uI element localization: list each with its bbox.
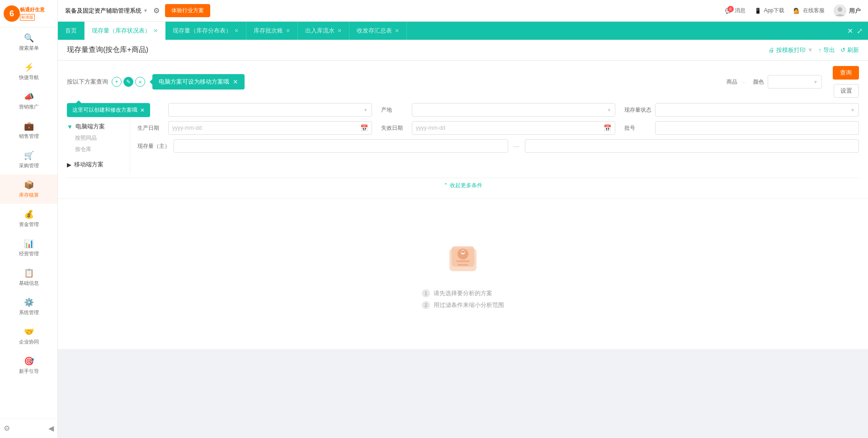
print-icon: 🖨 bbox=[769, 47, 774, 53]
tab-close-inout-flow[interactable]: ✕ bbox=[337, 28, 342, 34]
goods-filter-header: 商品 ··· bbox=[726, 78, 746, 86]
sidebar-label-marketing: 营销推广 bbox=[19, 104, 39, 110]
refresh-button[interactable]: ↺ 刷新 bbox=[840, 46, 859, 54]
search-button-group: 查询 设置 bbox=[829, 66, 859, 98]
tab-inventory-dist[interactable]: 现存量（库存分布表） ✕ bbox=[165, 22, 246, 40]
sidebar-item-system[interactable]: ⚙️ 系统管理 bbox=[0, 292, 57, 321]
filter-section: 按以下方案查询 + ✎ « 电脑方案可设为移动方案哦 ✕ 商品 bbox=[58, 61, 868, 199]
tab-close-all-icon[interactable]: ✕ bbox=[847, 27, 853, 35]
filter-controls: + ✎ « bbox=[112, 77, 145, 87]
finance-icon: 💰 bbox=[24, 209, 34, 219]
stock-status-select[interactable]: ▼ bbox=[655, 103, 859, 117]
batch-input[interactable] bbox=[655, 121, 859, 135]
sidebar-label-operations: 经营管理 bbox=[19, 250, 39, 257]
tooltip-arrow bbox=[76, 100, 81, 103]
sidebar-label-inventory: 库存核算 bbox=[19, 192, 39, 198]
tab-close-inventory-status[interactable]: ✕ bbox=[153, 28, 158, 34]
sidebar-item-operations[interactable]: 📊 经营管理 bbox=[0, 233, 57, 263]
phone-icon: 📱 bbox=[755, 8, 761, 14]
print-button[interactable]: 🖨 按模板打印 ▼ bbox=[769, 46, 813, 54]
scheme-tooltip-text: 电脑方案可设为移动方案哦 bbox=[159, 78, 229, 86]
app-download-item[interactable]: 📱 App下载 bbox=[755, 7, 784, 14]
tab-batch-account[interactable]: 库存批次账 ✕ bbox=[246, 22, 298, 40]
search-icon: 🔍 bbox=[24, 33, 34, 43]
sidebar-item-inventory[interactable]: 📦 库存核算 bbox=[0, 174, 57, 204]
filter-row-1: 尺码 ▼ 产地 ▼ bbox=[137, 103, 859, 117]
tab-inventory-status[interactable]: 现存量（库存状况表） ✕ bbox=[85, 22, 165, 40]
empty-step-1: 1 请先选择要分析的方案 bbox=[422, 289, 504, 297]
system-icon: ⚙️ bbox=[24, 297, 34, 307]
edit-scheme-button[interactable]: ✎ bbox=[123, 77, 133, 87]
size-select[interactable]: ▼ bbox=[168, 103, 372, 117]
reset-button[interactable]: 设置 bbox=[834, 84, 859, 98]
sidebar-item-search[interactable]: 🔍 搜索菜单 bbox=[0, 28, 57, 57]
tab-close-batch-account[interactable]: ✕ bbox=[286, 28, 290, 34]
sidebar-label-enterprise: 企业协同 bbox=[19, 339, 39, 345]
stock-qty-max-text[interactable] bbox=[529, 143, 855, 149]
scheme-tooltip-close[interactable]: ✕ bbox=[233, 78, 238, 85]
sidebar-item-purchase[interactable]: 🛒 采购管理 bbox=[0, 145, 57, 174]
sidebar-item-finance[interactable]: 💰 资金管理 bbox=[0, 204, 57, 233]
tab-receive-summary[interactable]: 收发存汇总表 ✕ bbox=[349, 22, 407, 40]
stock-qty-max-input[interactable] bbox=[525, 139, 859, 153]
stock-qty-min-input[interactable] bbox=[174, 139, 508, 153]
export-icon: ↑ bbox=[819, 47, 822, 53]
expiry-date-input[interactable]: yyyy-mm-dd 📅 bbox=[412, 121, 616, 135]
header-settings-icon[interactable]: ⚙ bbox=[153, 6, 160, 15]
main-area: 装备及固定资产辅助管理系统 ▼ ⚙ 体验行业方案 💬 6 消息 📱 App下载 … bbox=[58, 0, 868, 438]
sidebar-item-guide[interactable]: 🎯 新手引导 bbox=[0, 351, 57, 380]
message-label: 消息 bbox=[735, 7, 745, 14]
user-info[interactable]: 用户 bbox=[834, 5, 861, 17]
support-item[interactable]: 💁 在线客服 bbox=[793, 7, 825, 14]
origin-select[interactable]: ▼ bbox=[412, 103, 616, 117]
scheme-item-1[interactable]: 按照同品 bbox=[67, 132, 124, 144]
stock-qty-min-text[interactable] bbox=[178, 143, 504, 149]
username-label: 用户 bbox=[849, 7, 861, 15]
tab-close-receive-summary[interactable]: ✕ bbox=[395, 28, 399, 34]
add-scheme-button[interactable]: + bbox=[112, 77, 122, 87]
step1-text: 请先选择要分析的方案 bbox=[434, 289, 492, 297]
tab-actions: ✕ ⤢ bbox=[842, 27, 868, 35]
tab-inout-flow-label: 出入库流水 bbox=[305, 27, 335, 35]
message-item[interactable]: 💬 6 消息 bbox=[725, 7, 745, 14]
mobile-scheme-title[interactable]: ▶ 移动端方案 bbox=[67, 159, 124, 170]
batch-text-input[interactable] bbox=[659, 125, 855, 131]
system-select[interactable]: 装备及固定资产辅助管理系统 ▼ bbox=[65, 7, 148, 15]
tab-inout-flow[interactable]: 出入库流水 ✕ bbox=[298, 22, 349, 40]
tab-close-inventory-dist[interactable]: ✕ bbox=[234, 28, 239, 34]
production-calendar-icon: 📅 bbox=[360, 124, 368, 132]
tab-maximize-icon[interactable]: ⤢ bbox=[857, 27, 863, 35]
collapse-icon[interactable]: ◀ bbox=[48, 424, 54, 433]
color-select[interactable]: ▼ bbox=[768, 75, 822, 89]
sidebar-item-enterprise[interactable]: 🤝 企业协同 bbox=[0, 321, 57, 351]
support-icon: 💁 bbox=[793, 8, 800, 14]
user-avatar bbox=[834, 5, 846, 17]
sidebar-item-marketing[interactable]: 📣 营销推广 bbox=[0, 86, 57, 116]
desktop-arrow: ▼ bbox=[67, 123, 73, 130]
empty-state: 1 请先选择要分析的方案 2 用过滤条件来缩小分析范围 bbox=[58, 199, 868, 349]
tab-home[interactable]: 首页 bbox=[58, 22, 85, 40]
create-tooltip-close[interactable]: ✕ bbox=[140, 107, 145, 113]
sidebar-label-search: 搜索菜单 bbox=[19, 45, 39, 52]
production-date-input[interactable]: yyyy-mm-dd 📅 bbox=[168, 121, 372, 135]
sidebar-item-basic[interactable]: 📋 基础信息 bbox=[0, 263, 57, 292]
header-right: 💬 6 消息 📱 App下载 💁 在线客服 用户 bbox=[725, 5, 861, 17]
settings-bottom-icon[interactable]: ⚙ bbox=[4, 424, 10, 433]
desktop-scheme-title[interactable]: ▼ 电脑端方案 bbox=[67, 121, 124, 132]
app-label: App下载 bbox=[764, 7, 784, 14]
create-scheme-tooltip: 这里可以创建和修改方案哦 ✕ bbox=[67, 103, 150, 117]
scheme-item-2[interactable]: 按仓库 bbox=[67, 144, 124, 155]
trial-button[interactable]: 体验行业方案 bbox=[165, 4, 210, 17]
back-scheme-button[interactable]: « bbox=[135, 77, 145, 87]
export-button[interactable]: ↑ 导出 bbox=[819, 46, 835, 54]
svg-rect-5 bbox=[456, 260, 470, 262]
expiry-calendar-icon: 📅 bbox=[604, 124, 611, 132]
enterprise-icon: 🤝 bbox=[24, 327, 34, 337]
sidebar-item-nav[interactable]: ⚡ 快捷导航 bbox=[0, 57, 57, 86]
collapse-bar[interactable]: ⌃ 收起更多条件 bbox=[67, 178, 859, 193]
sidebar-item-sales[interactable]: 💼 销售管理 bbox=[0, 116, 57, 145]
sidebar: 6 畅通好生意 标准版 🔍 搜索菜单 ⚡ 快捷导航 📣 营销推广 💼 销售管理 … bbox=[0, 0, 58, 438]
refresh-icon: ↺ bbox=[840, 47, 845, 53]
search-button[interactable]: 查询 bbox=[833, 66, 859, 80]
svg-point-1 bbox=[838, 7, 842, 12]
